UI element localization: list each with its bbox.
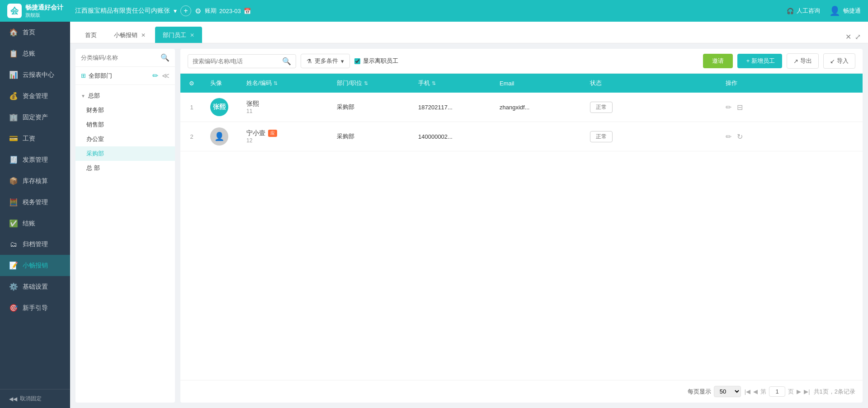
- next-page-icon[interactable]: ▶: [797, 388, 801, 395]
- sidebar-item-tax[interactable]: 🧮 税务管理: [0, 192, 70, 213]
- dept-item-headquarter[interactable]: ▼ 总部: [75, 89, 175, 103]
- company-name: 江西服宝精品有限责任公司内账张: [75, 7, 170, 15]
- last-page-icon[interactable]: ▶|: [804, 388, 810, 395]
- search-icon[interactable]: 🔍: [282, 57, 291, 66]
- import-icon: ↙: [830, 58, 835, 65]
- sidebar-item-archive[interactable]: 🗂 归档管理: [0, 234, 70, 255]
- page-total-label: 共1页，2条记录: [814, 388, 855, 396]
- tab-employees-label: 部门员工: [163, 31, 186, 39]
- email-cell-1: zhangxidf...: [492, 93, 583, 122]
- payroll-icon: 💳: [9, 134, 18, 143]
- calendar-icon[interactable]: 📅: [244, 8, 251, 14]
- sidebar-item-expense[interactable]: 📝 小畅报销: [0, 255, 70, 276]
- sidebar-label-inventory: 库存核算: [23, 177, 48, 185]
- sidebar-item-settings[interactable]: ⚙️ 基础设置: [0, 276, 70, 297]
- close-all-icon[interactable]: ✕: [845, 33, 851, 41]
- right-toolbar: 🔍 ⚗ 更多条件 ▾ 显示离职员工 邀请: [180, 49, 863, 74]
- edit-dept-icon[interactable]: ✏: [152, 71, 158, 80]
- col-name-code[interactable]: 姓名/编码 ⇅: [239, 74, 330, 93]
- sidebar-item-closing[interactable]: ✅ 结账: [0, 213, 70, 234]
- employee-dept-1: 采购部: [337, 103, 354, 110]
- edit-employee-2-icon[interactable]: ✏: [726, 132, 731, 141]
- import-button[interactable]: ↙ 导入: [823, 53, 855, 69]
- tab-expense-close-icon[interactable]: ✕: [141, 32, 146, 38]
- export-button[interactable]: ↗ 导出: [787, 53, 819, 69]
- tab-employees-close-icon[interactable]: ✕: [190, 32, 194, 38]
- employee-email-1: zhangxidf...: [500, 104, 530, 111]
- logo-area: 会 畅捷通好会计 旗舰版: [7, 4, 75, 19]
- prev-page-icon[interactable]: ◀: [753, 388, 758, 395]
- row-num-2: 2: [180, 122, 203, 151]
- employee-badge-2: 应: [268, 130, 277, 137]
- reports-icon: 📊: [9, 70, 18, 79]
- col-settings[interactable]: ⚙: [180, 74, 203, 93]
- sidebar-item-ledger[interactable]: 📋 总账: [0, 43, 70, 64]
- show-resigned-checkbox[interactable]: [354, 58, 360, 64]
- employee-phone-2: 140000002...: [418, 133, 453, 140]
- page-suffix-label: 页: [788, 388, 794, 396]
- tab-home[interactable]: 首页: [77, 27, 104, 43]
- sidebar-label-expense: 小畅报销: [23, 262, 48, 270]
- refresh-employee-2-icon[interactable]: ↻: [737, 132, 743, 141]
- col-phone[interactable]: 手机 ⇅: [411, 74, 492, 93]
- right-panel: 🔍 ⚗ 更多条件 ▾ 显示离职员工 邀请: [180, 49, 863, 403]
- tab-employees[interactable]: 部门员工 ✕: [155, 27, 202, 43]
- sidebar-item-payroll[interactable]: 💳 工资: [0, 128, 70, 149]
- tab-expense-label: 小畅报销: [114, 31, 137, 39]
- sidebar-label-home: 首页: [23, 28, 35, 37]
- employee-search-input[interactable]: [193, 58, 279, 65]
- dept-cell-1: 采购部: [330, 93, 411, 122]
- dept-item-sales-label: 销售部: [86, 121, 104, 129]
- dept-search-icon[interactable]: 🔍: [160, 53, 170, 62]
- sidebar-item-inventory[interactable]: 📦 库存核算: [0, 170, 70, 192]
- sidebar-item-invoice[interactable]: 🧾 发票管理: [0, 149, 70, 170]
- edit-employee-1-icon[interactable]: ✏: [726, 103, 731, 112]
- settings-icon[interactable]: ⚙: [195, 7, 201, 15]
- sidebar-item-funds[interactable]: 💰 资金管理: [0, 85, 70, 107]
- status-badge-1: 正常: [590, 102, 613, 113]
- sidebar-item-reports[interactable]: 📊 云报表中心: [0, 64, 70, 85]
- sidebar-label-closing: 结账: [23, 220, 35, 228]
- ai-consult-button[interactable]: 🎧 人工咨询: [787, 7, 820, 15]
- logout-employee-1-icon[interactable]: ⊟: [737, 103, 743, 112]
- company-selector[interactable]: 江西服宝精品有限责任公司内账张 ▾ + ⚙ 账期 2023-03 📅: [75, 5, 787, 16]
- period-area: 账期 2023-03 📅: [205, 7, 251, 15]
- user-avatar-icon: 👤: [829, 5, 840, 16]
- invite-button[interactable]: 邀请: [703, 54, 733, 68]
- filter-button[interactable]: ⚗ 更多条件 ▾: [301, 54, 350, 68]
- first-page-icon[interactable]: |◀: [745, 388, 750, 395]
- dept-item-purchasing[interactable]: 采购部: [75, 146, 175, 161]
- add-employee-button[interactable]: + 新增员工: [737, 54, 782, 68]
- dept-item-finance[interactable]: 财务部: [75, 103, 175, 117]
- col-actions: 操作: [718, 74, 863, 93]
- page-nav: |◀ ◀ 第 1 页 ▶ ▶|: [745, 386, 810, 397]
- sidebar-item-home[interactable]: 🏠 首页: [0, 22, 70, 43]
- sidebar-label-tax: 税务管理: [23, 198, 48, 206]
- sidebar-label-guide: 新手引导: [23, 304, 48, 312]
- add-company-button[interactable]: +: [180, 5, 191, 16]
- sidebar-item-guide[interactable]: 🎯 新手引导: [0, 297, 70, 319]
- dept-item-sales[interactable]: 销售部: [75, 117, 175, 132]
- collapse-dept-icon[interactable]: ≪: [162, 71, 170, 80]
- user-menu[interactable]: 👤 畅捷通: [829, 5, 861, 16]
- export-label: 导出: [800, 57, 812, 65]
- dept-item-headquarter2[interactable]: 总 部: [75, 161, 175, 175]
- current-page-input[interactable]: 1: [769, 386, 785, 397]
- col-dept[interactable]: 部门/职位 ⇅: [330, 74, 411, 93]
- dept-item-office[interactable]: 办公室: [75, 132, 175, 146]
- expand-icon[interactable]: ⤢: [855, 33, 861, 41]
- sidebar: 🏠 首页 📋 总账 📊 云报表中心 💰 资金管理 🏢 固定资产 💳 工资 🧾 发…: [0, 22, 70, 408]
- name-code-cell-1: 张熙 11: [239, 93, 330, 122]
- tab-expense[interactable]: 小畅报销 ✕: [106, 27, 153, 43]
- chevron-down-icon: ▼: [81, 94, 85, 98]
- sidebar-label-invoice: 发票管理: [23, 156, 48, 164]
- logo-text: 畅捷通好会计: [25, 4, 63, 12]
- per-page-select[interactable]: 50 100 200: [714, 386, 741, 397]
- dept-search-input[interactable]: [81, 54, 157, 61]
- cancel-fixed-button[interactable]: ◀◀ 取消固定: [0, 389, 70, 408]
- sidebar-item-assets[interactable]: 🏢 固定资产: [0, 107, 70, 128]
- table-row: 1 张熙 张熙 11: [180, 93, 863, 122]
- show-resigned-checkbox-label[interactable]: 显示离职员工: [354, 57, 398, 65]
- all-dept-label[interactable]: ⊞ 全部部门: [81, 72, 112, 80]
- company-dropdown-icon[interactable]: ▾: [174, 7, 177, 14]
